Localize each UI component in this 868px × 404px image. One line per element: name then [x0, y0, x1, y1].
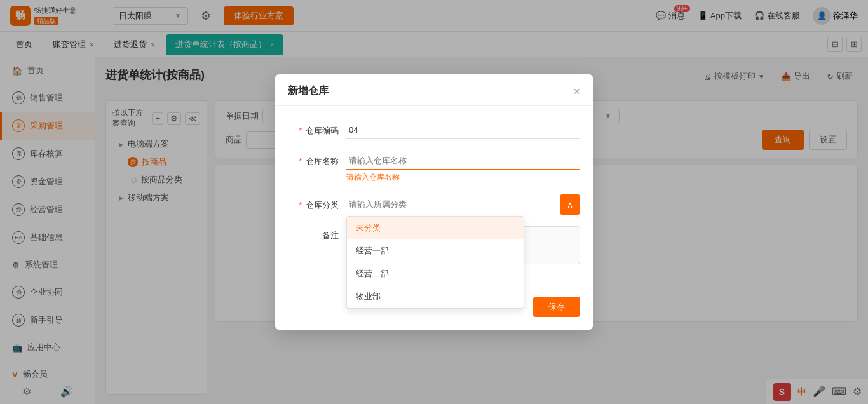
required-star-3: *: [299, 200, 302, 210]
save-button[interactable]: 保存: [533, 297, 580, 317]
dropdown-toggle-button[interactable]: ∧: [560, 194, 580, 215]
warehouse-name-row: * 仓库名称 请输入仓库名称: [288, 152, 580, 183]
dialog-header: 新增仓库 ×: [275, 74, 593, 106]
category-option-property[interactable]: 物业部: [347, 285, 524, 308]
warehouse-category-dropdown-wrap: ∧: [346, 196, 580, 213]
required-star-2: *: [299, 156, 302, 166]
category-option-unclassified[interactable]: 未分类: [347, 217, 524, 239]
warehouse-name-input[interactable]: [346, 152, 580, 170]
warehouse-name-error: 请输入仓库名称: [346, 172, 580, 183]
warehouse-category-label: * 仓库分类: [288, 196, 339, 211]
category-option-dept2[interactable]: 经营二部: [347, 262, 524, 285]
warehouse-category-input-wrap: ∧: [346, 196, 580, 213]
warehouse-name-label: * 仓库名称: [288, 152, 339, 167]
warehouse-dialog: 新增仓库 × * 仓库编码 * 仓库名称: [275, 74, 593, 330]
category-dropdown-list: 未分类 经营一部 经营二部 物业部: [346, 216, 524, 309]
category-option-dept1[interactable]: 经营一部: [347, 239, 524, 262]
remark-label: 备注: [288, 226, 339, 241]
dialog-body: * 仓库编码 * 仓库名称 请输入仓库名称: [275, 106, 593, 289]
warehouse-code-row: * 仓库编码: [288, 121, 580, 139]
modal-overlay[interactable]: 新增仓库 × * 仓库编码 * 仓库名称: [0, 0, 868, 404]
warehouse-code-input-wrap: [346, 121, 580, 139]
warehouse-category-row: * 仓库分类 ∧ 未分类 经营一部 经营二部 物业部: [288, 196, 580, 213]
required-star-1: *: [299, 126, 302, 135]
warehouse-code-label: * 仓库编码: [288, 121, 339, 137]
dialog-title: 新增仓库: [288, 84, 329, 98]
warehouse-category-input[interactable]: [346, 196, 580, 213]
chevron-up-icon: ∧: [567, 199, 573, 210]
warehouse-code-input[interactable]: [346, 121, 580, 139]
warehouse-name-input-wrap: 请输入仓库名称: [346, 152, 580, 183]
dialog-close-button[interactable]: ×: [573, 86, 580, 97]
